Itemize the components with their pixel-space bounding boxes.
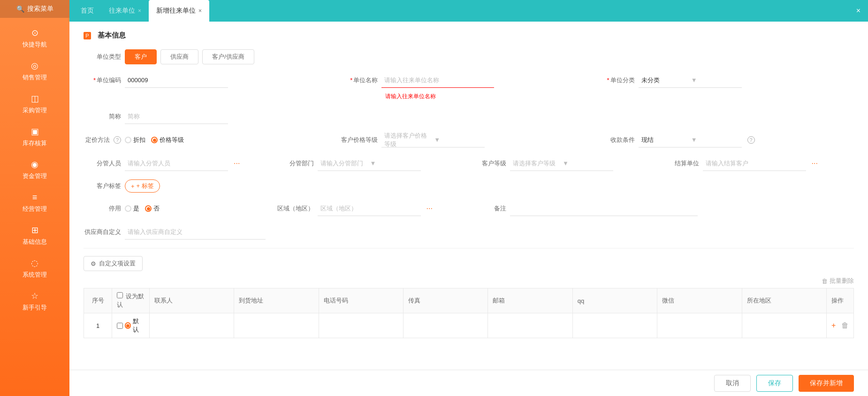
- sidebar-item-operations[interactable]: ≡ 经营管理: [0, 186, 69, 219]
- unit-code-group: *单位编码: [84, 73, 340, 88]
- supervisor-row: 分管人员 ··· 分管部门 请输入分管部门 ▼ 客户等级 请选择客户等级 ▼ 结…: [84, 156, 854, 171]
- sidebar-item-guide[interactable]: ☆ 新手引导: [0, 285, 69, 318]
- tag-add-button[interactable]: + + 标签: [125, 179, 160, 193]
- address-input[interactable]: [239, 322, 313, 329]
- table-row: 1 默认: [84, 313, 854, 338]
- email-input[interactable]: [493, 322, 567, 329]
- disabled-no-option[interactable]: 否: [145, 204, 160, 213]
- tab-new-partner-close[interactable]: ×: [198, 8, 202, 14]
- default-radio-option[interactable]: 默认: [125, 317, 145, 334]
- unit-code-label: *单位编码: [84, 76, 121, 85]
- cancel-button[interactable]: 取消: [714, 375, 751, 392]
- pricing-discount-option[interactable]: 折扣: [125, 136, 145, 144]
- chevron-down-icon: ▼: [691, 77, 739, 84]
- pricing-level-option[interactable]: 价格等级: [151, 136, 184, 144]
- contact-input[interactable]: [154, 322, 229, 329]
- save-new-button[interactable]: 保存并新增: [799, 375, 854, 392]
- code-name-category-inputs: *单位编码 *单位名称 请输入往来单位名称 *单位分类: [84, 73, 854, 101]
- supervisor-more-button[interactable]: ···: [232, 159, 242, 168]
- save-button[interactable]: 保存: [756, 375, 793, 392]
- department-select[interactable]: 请输入分管部门 ▼: [318, 156, 421, 171]
- settlement-unit-input[interactable]: [703, 156, 806, 171]
- unit-name-input[interactable]: [381, 73, 494, 88]
- cell-contact[interactable]: [150, 313, 234, 338]
- pricing-discount-radio: [125, 137, 131, 143]
- sidebar-item-sales[interactable]: ◎ 销售管理: [0, 54, 69, 87]
- wechat-input[interactable]: [662, 322, 737, 329]
- cell-email[interactable]: [488, 313, 572, 338]
- disabled-yes-option[interactable]: 是: [125, 204, 139, 213]
- sidebar-item-basic[interactable]: ⊞ 基础信息: [0, 219, 69, 252]
- tab-partners[interactable]: 往来单位 ×: [101, 0, 149, 22]
- region-cell-input[interactable]: [747, 322, 822, 329]
- col-region: 所在地区: [742, 288, 826, 313]
- guide-icon: ☆: [29, 290, 40, 302]
- payment-terms-select[interactable]: 现结 ▼: [639, 132, 742, 148]
- footer: 取消 保存 保存并新增: [69, 370, 868, 396]
- system-icon: ◌: [29, 257, 40, 269]
- operations-icon: ≡: [29, 192, 40, 203]
- batch-delete-label[interactable]: 批量删除: [830, 277, 854, 285]
- sales-icon: ◎: [29, 60, 40, 71]
- search-menu-button[interactable]: 🔍 搜索菜单: [0, 5, 69, 13]
- row-delete-button[interactable]: 🗑: [841, 321, 849, 329]
- tab-partners-close[interactable]: ×: [138, 8, 141, 14]
- region-label: 区域（地区）: [276, 204, 314, 213]
- customer-type-button[interactable]: 客户: [125, 49, 157, 64]
- custom-settings-button[interactable]: ⚙ 自定义项设置: [84, 256, 143, 271]
- sidebar-item-inventory[interactable]: ▣ 库存核算: [0, 120, 69, 153]
- customer-price-level-select[interactable]: 请选择客户价格等级 ▼: [381, 132, 485, 148]
- pricing-help-icon[interactable]: ?: [114, 136, 121, 144]
- tab-new-partner[interactable]: 新增往来单位 ×: [149, 0, 209, 22]
- tab-home[interactable]: 首页: [73, 0, 101, 22]
- unit-name-group: *单位名称 请输入往来单位名称: [340, 73, 597, 101]
- cell-region[interactable]: [742, 313, 826, 338]
- phone-input[interactable]: [324, 322, 398, 329]
- tab-home-label: 首页: [81, 7, 94, 15]
- abbreviation-input[interactable]: [125, 109, 228, 124]
- row-checkbox[interactable]: [117, 323, 123, 329]
- payment-terms-group: 收款条件 现结 ▼ ?: [597, 132, 854, 148]
- sidebar-item-finance[interactable]: ◉ 资金管理: [0, 153, 69, 186]
- settlement-unit-more-button[interactable]: ···: [810, 159, 820, 168]
- col-wechat: 微信: [657, 288, 742, 313]
- supervisor-group: 分管人员 ···: [84, 156, 276, 171]
- cell-address[interactable]: [234, 313, 319, 338]
- qq-input[interactable]: [578, 322, 652, 329]
- remark-input[interactable]: [510, 201, 698, 216]
- supplier-custom-label: 供应商自定义: [84, 228, 121, 236]
- row-add-button[interactable]: +: [831, 321, 836, 329]
- fax-input[interactable]: [408, 322, 483, 329]
- region-more-button[interactable]: ···: [425, 204, 434, 213]
- customer-level-select[interactable]: 请选择客户等级 ▼: [510, 156, 613, 171]
- tab-close-all-button[interactable]: ×: [853, 7, 864, 15]
- sidebar-item-system[interactable]: ◌ 系统管理: [0, 252, 69, 285]
- supplier-custom-input[interactable]: [125, 225, 266, 240]
- customer-price-level-placeholder: 请选择客户价格等级: [384, 132, 432, 148]
- sidebar-item-quick-nav[interactable]: ⊙ 快捷导航: [0, 22, 69, 54]
- supplier-type-button[interactable]: 供应商: [160, 49, 198, 64]
- department-label: 分管部门: [276, 159, 314, 168]
- cell-qq[interactable]: [572, 313, 657, 338]
- tab-partners-label: 往来单位: [109, 7, 135, 15]
- cell-phone[interactable]: [319, 313, 403, 338]
- department-group: 分管部门 请输入分管部门 ▼: [276, 156, 469, 171]
- sidebar-item-purchase[interactable]: ◫ 采购管理: [0, 87, 69, 120]
- select-all-checkbox[interactable]: [117, 292, 123, 298]
- chevron-down-icon: ▼: [563, 160, 610, 167]
- unit-code-input[interactable]: [125, 73, 228, 88]
- search-menu-label: 搜索菜单: [27, 5, 53, 13]
- unit-category-select[interactable]: 未分类 ▼: [639, 73, 742, 88]
- both-type-button[interactable]: 客户/供应商: [202, 49, 254, 64]
- unit-category-group: *单位分类 未分类 ▼: [597, 73, 854, 88]
- payment-help-icon[interactable]: ?: [747, 136, 755, 144]
- sidebar-search-area[interactable]: 🔍 搜索菜单: [0, 0, 69, 18]
- chevron-down-icon: ▼: [434, 136, 482, 143]
- cell-fax[interactable]: [404, 313, 488, 338]
- customer-price-level-group: 客户价格等级 请选择客户价格等级 ▼: [340, 132, 597, 148]
- region-input[interactable]: [318, 201, 421, 216]
- supervisor-input[interactable]: [125, 156, 228, 171]
- cell-wechat[interactable]: [657, 313, 742, 338]
- customer-tag-row: 客户标签 + + 标签: [84, 179, 854, 193]
- required-star: *: [93, 77, 96, 84]
